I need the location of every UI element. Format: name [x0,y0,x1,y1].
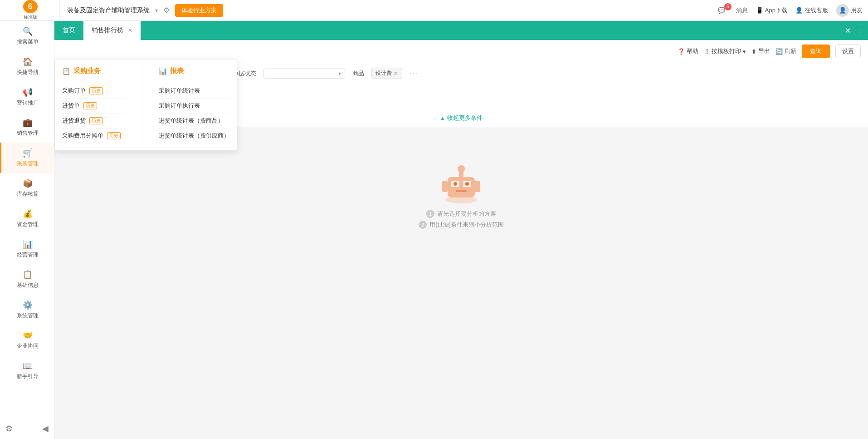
tab-home[interactable]: 首页 [54,21,83,40]
sidebar-label-guide: 新手引导 [17,373,39,380]
dropdown-item-order-exec[interactable]: 采购订单执行表 [159,99,229,113]
sidebar-item-purchase[interactable]: 🛒采购管理 [0,143,54,173]
help-icon: ❓ [678,48,685,55]
dropdown-item-order-stats[interactable]: 采购订单统计表 [159,84,229,99]
goods-tag-close-icon[interactable]: ✕ [394,70,398,77]
hist-badge-1: 历史 [83,102,97,109]
topbar: 6 标准版 装备及固定资产辅助管理系统 ▾ ⚙ 体验行业方案 💬 5 消息 📱 … [0,0,868,21]
hist-badge-2: 历史 [89,117,103,124]
sidebar-label-operation: 经营管理 [17,251,39,259]
topbar-right: 💬 5 消息 📱 App下载 👤 在线客服 👤 用友 [718,4,863,17]
sidebar-item-guide[interactable]: 📖新手引导 [0,355,54,386]
order-status-select[interactable]: ▾ [263,69,345,79]
collapse-button[interactable]: ▲ 收起更多条件 [440,114,483,122]
query-button[interactable]: 查询 [802,44,830,58]
purchase-section-label: 采购业务 [73,67,101,75]
app-download-item[interactable]: 📱 App下载 [756,6,787,15]
sidebar-item-base[interactable]: 📋基础信息 [0,264,54,295]
service-icon: 👤 [795,7,803,14]
sidebar-label-quick: 快捷导航 [17,69,39,76]
sidebar-item-search[interactable]: 🔍搜索菜单 [0,21,54,51]
user-item[interactable]: 👤 用友 [836,4,863,17]
sidebar-item-cooperation[interactable]: 🤝企业协同 [0,325,54,355]
tab-close-window-icon[interactable]: ✕ [845,26,851,35]
export-button[interactable]: ⬆ 导出 [751,47,770,55]
empty-robot-svg [434,163,488,204]
dropdown-item-incoming[interactable]: 进货单 历史 [62,99,126,113]
industry-button[interactable]: 体验行业方案 [175,4,223,17]
topbar-center: 装备及固定资产辅助管理系统 ▾ ⚙ 体验行业方案 [60,4,718,17]
sidebar-icon-operation: 📊 [23,239,33,249]
home-tab-label: 首页 [63,26,75,35]
goods-label: 商品 [352,69,364,78]
svg-rect-10 [475,181,480,192]
tab-close-icon[interactable]: ✕ [128,27,132,34]
purchase-section-icon: 📋 [62,67,71,75]
goods-stats-label: 进货单统计表（按商品） [159,117,224,125]
main-layout: 🔍搜索菜单🏠快捷导航📢营销推广💼销售管理🛒采购管理📦库存核算💰资金管理📊经营管理… [0,21,868,439]
sidebar-icon-quick: 🏠 [23,57,33,67]
logo-icon: 6 [23,0,38,13]
dropdown-item-supplier-stats[interactable]: 进货单统计表（按供应商） [159,128,229,143]
empty-hint-1: 1 请先选择要分析的方案 [426,210,496,218]
sidebar-label-base: 基础信息 [17,281,39,289]
svg-rect-6 [456,190,467,192]
dropdown-item-purchase-order[interactable]: 采购订单 历史 [62,84,126,99]
sidebar-label-system: 系统管理 [17,312,39,320]
sidebar-label-search: 搜索菜单 [17,38,39,46]
message-item[interactable]: 💬 5 消息 [718,6,748,15]
dropdown-report-title: 📊 报表 [159,67,229,78]
sidebar-item-inventory[interactable]: 📦库存核算 [0,173,54,203]
user-label: 用友 [851,6,863,15]
goods-tag-text: 设计费 [375,69,392,77]
goods-more-dots[interactable]: ··· [410,69,419,78]
sidebar-item-marketing[interactable]: 📢营销推广 [0,82,54,112]
sidebar-settings-icon[interactable]: ⚙ [5,424,13,434]
sidebar-item-system[interactable]: ⚙️系统管理 [0,295,54,325]
tab-sales-rank[interactable]: 销售排行榜 ✕ [83,21,141,40]
purchase-order-label: 采购订单 [62,87,86,95]
sidebar-label-marketing: 营销推广 [17,99,39,107]
svg-rect-9 [442,181,448,192]
hint-text-2: 用[过滤]条件来缩小分析范围 [429,221,503,229]
export-label: 导出 [758,47,770,55]
print-dropdown-icon: ▾ [743,48,746,55]
sidebar-icon-marketing: 📢 [23,87,33,97]
dropdown-item-goods-stats[interactable]: 进货单统计表（按商品） [159,113,229,128]
logo-label: 标准版 [24,14,37,20]
tab-maximize-icon[interactable]: ⛶ [855,26,863,35]
return-label: 进货退货 [62,117,86,125]
empty-hint-2: 2 用[过滤]条件来缩小分析范围 [419,221,503,229]
sidebar-label-purchase: 采购管理 [17,160,39,168]
hint-num-2: 2 [419,221,427,229]
print-button[interactable]: 🖨 按模板打印 ▾ [704,47,746,55]
setting-button[interactable]: 设置 [835,44,861,58]
sidebar-collapse-icon[interactable]: ◀ [42,424,49,434]
sidebar-label-inventory: 库存核算 [17,190,39,198]
sidebar-label-cooperation: 企业协同 [17,342,39,350]
system-dropdown-icon[interactable]: ▾ [155,7,158,14]
goods-tag: 设计费 ✕ [371,68,402,79]
print-label: 按模板打印 [712,47,741,55]
sidebar-item-operation[interactable]: 📊经营管理 [0,234,54,264]
sidebar-icon-guide: 📖 [23,361,33,371]
sidebar-label-capital: 资金管理 [17,221,39,228]
sidebar-icon-cooperation: 🤝 [23,330,33,340]
help-button[interactable]: ❓ 帮助 [678,47,698,55]
sidebar-icon-base: 📋 [23,270,33,280]
tab-bar: 首页 销售排行榜 ✕ ✕ ⛶ [54,21,868,40]
message-label: 消息 [736,6,748,15]
dropdown-item-return[interactable]: 进货退货 历史 [62,113,126,128]
export-icon: ⬆ [751,48,756,55]
dropdown-item-cost[interactable]: 采购费用分摊单 历史 [62,128,126,143]
sidebar-item-capital[interactable]: 💰资金管理 [0,203,54,234]
online-service-item[interactable]: 👤 在线客服 [795,6,828,15]
sidebar-item-sales[interactable]: 💼销售管理 [0,112,54,143]
message-badge: 5 [724,3,731,10]
order-exec-label: 采购订单执行表 [159,102,200,110]
settings-gear-icon[interactable]: ⚙ [163,6,170,15]
refresh-label: 刷新 [785,47,796,55]
refresh-button[interactable]: 🔄 刷新 [775,47,796,55]
sidebar-item-quick[interactable]: 🏠快捷导航 [0,51,54,82]
report-section-label: 报表 [170,67,184,75]
